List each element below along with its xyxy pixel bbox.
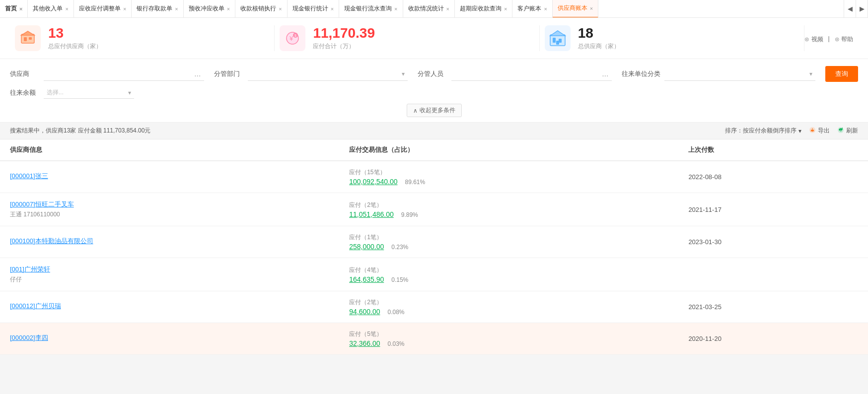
supplier-link[interactable]: [000012]广州贝瑞 (10, 302, 349, 311)
tx-amount[interactable]: 11,051,486.00 (349, 210, 394, 218)
table-row: [000002]李四 应付（5笔） 32,366.00 0.03% 2020-1… (0, 323, 868, 355)
cash-bank-flow-label: 现金银行流水查询 (344, 4, 392, 13)
tx-label: 应付（2笔） (349, 298, 688, 307)
balance-dropdown-arrow[interactable]: ▾ (128, 89, 131, 96)
nav-tab-customer-account[interactable]: 客户账本 × (512, 0, 552, 18)
dept-dropdown-arrow[interactable]: ▾ (402, 70, 405, 77)
supplier-link[interactable]: [000002]李四 (10, 333, 349, 342)
total-supplier-label: 总供应商（家） (578, 42, 620, 51)
supplier-link[interactable]: [000007]恒旺二手叉车 (10, 200, 349, 209)
customer-account-close[interactable]: × (544, 6, 547, 12)
overdue-close[interactable]: × (504, 6, 507, 12)
supplier-sub: 王通 17106110000 (10, 210, 349, 219)
nav-tab-collect-verify[interactable]: 收款核销执行 × (235, 0, 287, 18)
supplier-link[interactable]: [000001]张三 (10, 172, 349, 181)
supplier-count-value: 13 (48, 26, 102, 40)
nav-tab-supplier-account[interactable]: 供应商账本 × (553, 0, 598, 18)
summary-card-suppliers: 13 总应付供应商（家） (10, 25, 275, 51)
nav-tab-overdue[interactable]: 超期应收款查询 × (455, 0, 512, 18)
tx-amount[interactable]: 100,092,540.00 (349, 178, 397, 186)
other-income-close[interactable]: × (65, 6, 68, 12)
svg-rect-1 (24, 37, 27, 41)
tx-row: 11,051,486.00 9.89% (349, 210, 688, 218)
video-link[interactable]: ⊙ 视频 (804, 35, 823, 44)
tx-percent: 0.15% (391, 276, 408, 283)
prepay-close[interactable]: × (227, 6, 230, 12)
collapse-button[interactable]: ∧ 收起更多条件 (407, 104, 462, 117)
help-separator: | (828, 35, 830, 42)
tx-percent: 89.61% (405, 179, 426, 186)
nav-arrow-left[interactable]: ◀ (844, 0, 856, 18)
tx-label: 应付（5笔） (349, 330, 688, 338)
supplier-info-cell: [000001]张三 (10, 172, 349, 182)
cash-bank-flow-close[interactable]: × (394, 6, 397, 12)
supplier-dots[interactable]: ... (194, 69, 201, 78)
nav-tab-prepay[interactable]: 预收冲应收单 × (184, 0, 235, 18)
tx-amount[interactable]: 258,000.00 (349, 243, 384, 251)
bank-deposit-close[interactable]: × (175, 6, 178, 12)
sort-label: 排序：按应付余额倒序排序 (725, 127, 796, 135)
nav-tab-cash-bank-stat[interactable]: 现金银行统计 × (288, 0, 339, 18)
collect-verify-close[interactable]: × (279, 6, 282, 12)
ap-adjust-close[interactable]: × (123, 6, 126, 12)
svg-rect-12 (556, 41, 559, 45)
tx-info-cell: 应付（1笔） 258,000.00 0.23% (349, 233, 688, 251)
total-supplier-text: 18 总供应商（家） (578, 26, 620, 51)
tx-amount[interactable]: 164,635.90 (349, 275, 384, 283)
tx-amount[interactable]: 94,600.00 (349, 308, 380, 316)
export-button[interactable]: 导出 (809, 127, 830, 135)
nav-tab-home[interactable]: 首页 × (0, 0, 28, 18)
supplier-input[interactable] (47, 68, 192, 79)
person-input-wrapper[interactable]: ... (451, 67, 612, 81)
supplier-link[interactable]: [001]广州荣轩 (10, 265, 349, 274)
supplier-account-close[interactable]: × (590, 5, 593, 11)
dept-input-wrapper[interactable]: ▾ (248, 67, 408, 81)
tx-label: 应付（15笔） (349, 168, 688, 177)
supplier-info-cell: [000100]本特勤油品有限公司 (10, 237, 349, 247)
supplier-field: 供应商 ... (10, 67, 204, 81)
supplier-input-wrapper[interactable]: ... (44, 67, 204, 81)
tx-percent: 9.89% (401, 211, 418, 218)
nav-tab-other-income[interactable]: 其他收入单 × (28, 0, 73, 18)
help-link[interactable]: ⊙ 帮助 (835, 35, 853, 44)
nav-tab-ap-adjust[interactable]: 应收应付调整单 × (74, 0, 132, 18)
collect-verify-label: 收款核销执行 (240, 4, 276, 13)
category-input-wrapper[interactable]: ▾ (664, 67, 816, 81)
nav-arrow-right[interactable]: ▶ (856, 0, 868, 18)
tx-row: 32,366.00 0.03% (349, 339, 688, 347)
collect-stat-close[interactable]: × (446, 6, 449, 12)
cash-bank-stat-close[interactable]: × (331, 6, 334, 12)
home-tab-close[interactable]: × (19, 6, 22, 12)
other-income-label: 其他收入单 (33, 4, 63, 13)
supplier-link[interactable]: [000100]本特勤油品有限公司 (10, 237, 349, 246)
refresh-button[interactable]: 刷新 (837, 127, 858, 135)
tx-amount[interactable]: 32,366.00 (349, 339, 380, 347)
dept-input[interactable] (251, 68, 400, 79)
person-input[interactable] (454, 68, 600, 79)
total-supplier-icon (545, 25, 571, 51)
export-icon (809, 127, 816, 135)
tx-info-cell: 应付（4笔） 164,635.90 0.15% (349, 266, 688, 283)
last-pay-cell: 2020-11-20 (688, 335, 858, 342)
nav-tab-collect-stat[interactable]: 收款情况统计 × (403, 0, 455, 18)
category-input[interactable] (667, 68, 808, 79)
supplier-info-cell: [000002]李四 (10, 333, 349, 344)
last-pay-cell: 2022-08-08 (688, 173, 858, 181)
nav-tab-bank-deposit[interactable]: 银行存取款单 × (132, 0, 183, 18)
sort-icon: ▾ (798, 128, 801, 134)
category-dropdown-arrow[interactable]: ▾ (809, 70, 812, 77)
search-row-2: 往来余额 选择... ▾ (10, 87, 134, 99)
result-summary: 搜索结果中，供应商13家 应付金额 111,703,854.00元 (10, 127, 150, 135)
nav-tab-cash-bank-flow[interactable]: 现金银行流水查询 × (339, 0, 403, 18)
summary-bar: 13 总应付供应商（家） ¥ $ 11,170.39 应付合计（万） (0, 18, 868, 59)
query-button[interactable]: 查询 (825, 66, 858, 82)
balance-input-wrapper[interactable]: 选择... ▾ (44, 87, 134, 99)
category-field: 往来单位分类 ▾ (622, 67, 816, 81)
svg-rect-2 (29, 37, 32, 40)
supplier-info-cell: [001]广州荣轩 仔仔 (10, 265, 349, 284)
svg-marker-11 (550, 31, 565, 36)
sort-button[interactable]: 排序：按应付余额倒序排序 ▾ (725, 127, 801, 135)
tx-info-cell: 应付（2笔） 11,051,486.00 9.89% (349, 201, 688, 218)
person-dots[interactable]: ... (602, 69, 608, 78)
tx-row: 258,000.00 0.23% (349, 243, 688, 251)
